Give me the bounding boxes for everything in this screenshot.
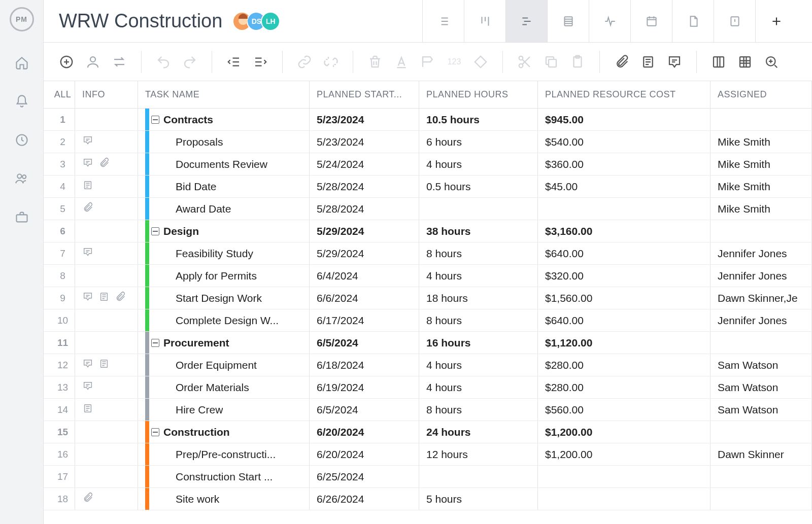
assigned[interactable]: Dawn Skinner,Je	[710, 287, 812, 309]
planned-hours[interactable]: 24 hours	[419, 421, 538, 443]
planned-hours[interactable]: 10.5 hours	[419, 109, 538, 130]
collapse-toggle[interactable]	[151, 227, 159, 235]
task-cell[interactable]: Complete Design W...	[138, 309, 310, 331]
task-cell[interactable]: Bid Date	[138, 176, 310, 197]
briefcase-icon[interactable]	[15, 210, 29, 224]
task-cell[interactable]: Construction	[138, 421, 310, 443]
planned-cost[interactable]: $1,200.00	[538, 421, 710, 443]
planned-hours[interactable]: 4 hours	[419, 265, 538, 287]
assigned[interactable]: Mike Smith	[710, 176, 812, 197]
task-cell[interactable]: Start Design Work	[138, 287, 310, 309]
grid-body[interactable]: 1Contracts5/23/202410.5 hours$945.002Pro…	[44, 109, 812, 524]
planned-cost[interactable]	[538, 466, 710, 487]
assigned[interactable]: Dawn Skinner	[710, 443, 812, 465]
assigned[interactable]	[710, 109, 812, 130]
planned-start[interactable]: 6/26/2024	[310, 488, 419, 510]
collapse-toggle[interactable]	[151, 116, 159, 124]
task-row[interactable]: 3Documents Review5/24/20244 hours$360.00…	[44, 153, 812, 176]
planned-hours[interactable]	[419, 198, 538, 220]
progress-icon[interactable]: 123	[447, 54, 462, 69]
text-color-icon[interactable]	[394, 54, 409, 69]
notes-icon[interactable]	[640, 54, 656, 69]
planned-hours[interactable]: 16 hours	[419, 332, 538, 354]
planned-cost[interactable]: $45.00	[538, 176, 710, 197]
attachment-icon[interactable]	[614, 54, 629, 69]
task-row[interactable]: 2Proposals5/23/20246 hours$540.00Mike Sm…	[44, 131, 812, 153]
task-row[interactable]: 18Site work6/26/20245 hours	[44, 488, 812, 510]
clock-icon[interactable]	[15, 133, 29, 147]
planned-start[interactable]: 5/24/2024	[310, 153, 419, 175]
planned-cost[interactable]: $320.00	[538, 265, 710, 287]
planned-hours[interactable]: 4 hours	[419, 354, 538, 376]
task-cell[interactable]: Order Equipment	[138, 354, 310, 376]
view-list-icon[interactable]	[422, 0, 464, 42]
people-icon[interactable]	[15, 171, 29, 186]
link-icon[interactable]	[297, 54, 312, 69]
assigned[interactable]	[710, 421, 812, 443]
column-task-name[interactable]: TASK NAME	[138, 81, 310, 108]
planned-start[interactable]: 5/28/2024	[310, 198, 419, 220]
planned-hours[interactable]: 8 hours	[419, 399, 538, 421]
planned-hours[interactable]: 8 hours	[419, 242, 538, 264]
assigned[interactable]: Mike Smith	[710, 198, 812, 220]
planned-cost[interactable]: $360.00	[538, 153, 710, 175]
planned-start[interactable]: 6/6/2024	[310, 287, 419, 309]
task-cell[interactable]: Procurement	[138, 332, 310, 354]
task-row[interactable]: 5Award Date5/28/2024Mike Smith	[44, 198, 812, 220]
task-cell[interactable]: Contracts	[138, 109, 310, 130]
task-cell[interactable]: Site work	[138, 488, 310, 510]
column-planned-cost[interactable]: PLANNED RESOURCE COST	[538, 81, 710, 108]
assigned[interactable]: Sam Watson	[710, 354, 812, 376]
avatar-lh[interactable]: LH	[261, 12, 280, 31]
planned-start[interactable]: 5/23/2024	[310, 109, 419, 130]
task-cell[interactable]: Award Date	[138, 198, 310, 220]
view-activity-icon[interactable]	[589, 0, 630, 42]
column-planned-start[interactable]: PLANNED START...	[310, 81, 419, 108]
task-row[interactable]: 7Feasibility Study5/29/20248 hours$640.0…	[44, 242, 812, 265]
task-row[interactable]: 1Contracts5/23/202410.5 hours$945.00	[44, 109, 812, 131]
assigned[interactable]	[710, 466, 812, 487]
planned-cost[interactable]: $1,200.00	[538, 443, 710, 465]
column-planned-hours[interactable]: PLANNED HOURS	[419, 81, 538, 108]
task-row[interactable]: 9Start Design Work6/6/202418 hours$1,560…	[44, 287, 812, 309]
assigned[interactable]: Sam Watson	[710, 376, 812, 398]
planned-hours[interactable]: 8 hours	[419, 309, 538, 331]
assigned[interactable]	[710, 488, 812, 510]
comment-icon[interactable]	[667, 54, 682, 69]
copy-icon[interactable]	[544, 54, 559, 69]
indent-icon[interactable]	[253, 54, 268, 69]
task-row[interactable]: 12Order Equipment6/18/20244 hours$280.00…	[44, 354, 812, 376]
planned-hours[interactable]	[419, 466, 538, 487]
planned-hours[interactable]: 12 hours	[419, 443, 538, 465]
collapse-toggle[interactable]	[151, 428, 159, 436]
redo-icon[interactable]	[182, 54, 197, 69]
assigned[interactable]: Mike Smith	[710, 131, 812, 153]
planned-cost[interactable]	[538, 488, 710, 510]
planned-start[interactable]: 6/5/2024	[310, 399, 419, 421]
planned-start[interactable]: 5/28/2024	[310, 176, 419, 197]
task-row[interactable]: 16Prep/Pre-constructi...6/20/202412 hour…	[44, 443, 812, 466]
milestone-icon[interactable]	[420, 54, 435, 69]
planned-hours[interactable]: 4 hours	[419, 376, 538, 398]
columns-icon[interactable]	[711, 54, 726, 69]
grid-icon[interactable]	[737, 54, 753, 69]
collapse-toggle[interactable]	[151, 339, 159, 347]
assigned[interactable]: Jennifer Jones	[710, 265, 812, 287]
planned-start[interactable]: 6/20/2024	[310, 443, 419, 465]
planned-cost[interactable]: $560.00	[538, 399, 710, 421]
undo-icon[interactable]	[156, 54, 171, 69]
task-cell[interactable]: Apply for Permits	[138, 265, 310, 287]
assign-user-icon[interactable]	[85, 54, 100, 69]
planned-cost[interactable]: $540.00	[538, 131, 710, 153]
planned-hours[interactable]: 6 hours	[419, 131, 538, 153]
planned-start[interactable]: 6/19/2024	[310, 376, 419, 398]
view-add-icon[interactable]	[755, 0, 797, 42]
planned-start[interactable]: 6/25/2024	[310, 466, 419, 487]
planned-cost[interactable]: $1,120.00	[538, 332, 710, 354]
swap-icon[interactable]	[112, 54, 127, 69]
assigned[interactable]: Mike Smith	[710, 153, 812, 175]
task-row[interactable]: 6Design5/29/202438 hours$3,160.00	[44, 220, 812, 242]
assigned[interactable]	[710, 220, 812, 242]
member-avatars[interactable]: DS LH	[232, 12, 280, 31]
planned-cost[interactable]: $280.00	[538, 354, 710, 376]
